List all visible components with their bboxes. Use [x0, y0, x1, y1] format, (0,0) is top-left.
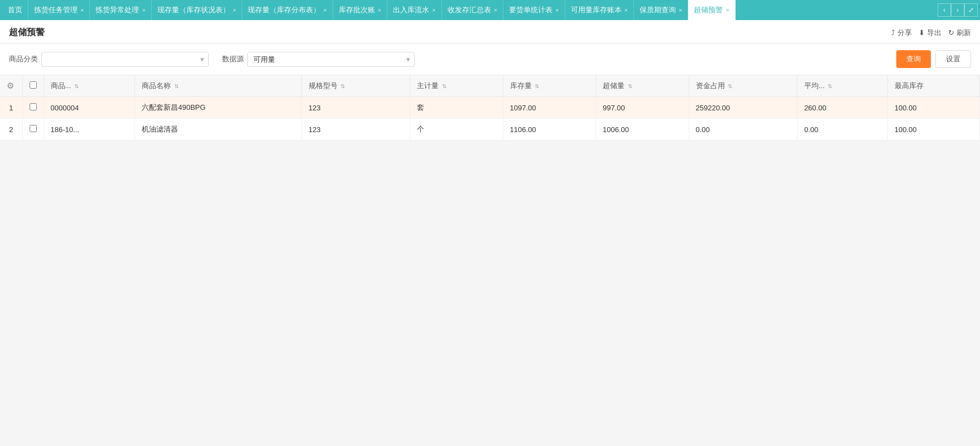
- row-checkbox[interactable]: [30, 125, 37, 132]
- page-title: 超储预警: [9, 27, 45, 38]
- gear-icon[interactable]: ⚙: [7, 81, 14, 90]
- close-icon[interactable]: ×: [679, 7, 682, 13]
- nav-tab-avail-ledger[interactable]: 可用量库存账本 ×: [565, 0, 634, 20]
- close-icon[interactable]: ×: [233, 7, 236, 13]
- row-checkbox-cell: [22, 97, 44, 119]
- cell-avg: 0.00: [797, 119, 887, 140]
- cell-spec: 123: [301, 119, 410, 140]
- th-spec[interactable]: 规格型号 ⇅: [301, 75, 410, 97]
- cell-unit: 个: [410, 119, 503, 140]
- table-body: 1 0000004 六配套新昌490BPG 123 套 1097.00 997.…: [0, 97, 980, 140]
- sort-icon: ⇅: [340, 83, 345, 89]
- filter-bar: 商品分类 数据源 可用量 查询 设置: [0, 43, 980, 75]
- data-table: ⚙ 商品... ⇅ 商品名称 ⇅ 规格型号 ⇅ 主计量: [0, 75, 980, 140]
- table-header-row: ⚙ 商品... ⇅ 商品名称 ⇅ 规格型号 ⇅ 主计量: [0, 75, 980, 97]
- nav-arrows: ‹ › ⤢: [938, 3, 978, 17]
- category-label: 商品分类: [9, 54, 38, 64]
- cell-capital: 259220.00: [689, 97, 797, 119]
- th-product-code[interactable]: 商品... ⇅: [44, 75, 135, 97]
- cell-over-stock: 1006.00: [596, 119, 689, 140]
- sort-icon: ⇅: [628, 83, 632, 89]
- export-icon: ⬇: [919, 28, 925, 37]
- nav-tab-inout-flow[interactable]: 出入库流水 ×: [387, 0, 441, 20]
- cell-spec: 123: [301, 97, 410, 119]
- nav-tab-req-stats[interactable]: 要货单统计表 ×: [503, 0, 565, 20]
- cell-stock: 1106.00: [503, 119, 595, 140]
- th-unit[interactable]: 主计量 ⇅: [410, 75, 503, 97]
- nav-tab-recv-summary[interactable]: 收发存汇总表 ×: [442, 0, 503, 20]
- header-actions: ⤴ 分享 ⬇ 导出 ↻ 刷新: [891, 28, 971, 38]
- sort-icon: ⇅: [442, 83, 446, 89]
- nav-tab-stock-status[interactable]: 现存量（库存状况表） ×: [152, 0, 242, 20]
- row-checkbox[interactable]: [30, 103, 37, 110]
- filter-actions: 查询 设置: [896, 50, 971, 68]
- refresh-icon: ↻: [948, 28, 954, 37]
- cell-product-code: 186-10...: [44, 119, 135, 140]
- nav-prev-btn[interactable]: ‹: [938, 3, 951, 17]
- th-stock[interactable]: 库存量 ⇅: [503, 75, 595, 97]
- cell-product-name: 机油滤清器: [135, 119, 301, 140]
- nav-tab-pick-abnormal[interactable]: 拣货异常处理 ×: [90, 0, 151, 20]
- row-number: 1: [0, 97, 22, 119]
- share-button[interactable]: ⤴ 分享: [891, 28, 912, 38]
- datasource-label: 数据源: [222, 54, 244, 64]
- cell-product-name: 六配套新昌490BPG: [135, 97, 301, 119]
- th-over-stock[interactable]: 超储量 ⇅: [596, 75, 689, 97]
- close-icon[interactable]: ×: [555, 7, 559, 13]
- th-capital[interactable]: 资金占用 ⇅: [689, 75, 797, 97]
- close-icon[interactable]: ×: [494, 7, 497, 13]
- export-button[interactable]: ⬇ 导出: [919, 28, 941, 38]
- nav-tab-stock-dist[interactable]: 现存量（库存分布表） ×: [242, 0, 333, 20]
- th-max-stock[interactable]: 最高库存: [887, 75, 979, 97]
- close-icon[interactable]: ×: [323, 7, 326, 13]
- nav-next-btn[interactable]: ›: [951, 3, 964, 17]
- datasource-select[interactable]: 可用量: [247, 52, 415, 67]
- cell-unit: 套: [410, 97, 503, 119]
- main-content: ⚙ 商品... ⇅ 商品名称 ⇅ 规格型号 ⇅ 主计量: [0, 75, 980, 140]
- close-icon[interactable]: ×: [726, 7, 729, 13]
- close-icon[interactable]: ×: [624, 7, 628, 13]
- set-button[interactable]: 设置: [935, 50, 971, 68]
- close-icon[interactable]: ×: [142, 7, 145, 13]
- nav-tab-home[interactable]: 首页: [2, 0, 28, 20]
- page-header: 超储预警 ⤴ 分享 ⬇ 导出 ↻ 刷新: [0, 20, 980, 43]
- nav-tab-over-stock[interactable]: 超储预警 ×: [688, 0, 735, 20]
- sort-icon: ⇅: [535, 83, 539, 89]
- category-select-wrapper: [41, 52, 209, 67]
- category-filter: 商品分类: [9, 52, 209, 67]
- nav-tab-batch[interactable]: 库存批次账 ×: [333, 0, 387, 20]
- sort-icon: ⇅: [828, 83, 832, 89]
- close-icon[interactable]: ×: [432, 7, 435, 13]
- th-avg[interactable]: 平均... ⇅: [797, 75, 887, 97]
- nav-tab-quality-check[interactable]: 保质期查询 ×: [634, 0, 688, 20]
- sort-icon: ⇅: [74, 83, 79, 89]
- cell-product-code: 0000004: [44, 97, 135, 119]
- category-select[interactable]: [41, 52, 209, 67]
- close-icon[interactable]: ×: [80, 7, 84, 13]
- row-checkbox-cell: [22, 119, 44, 140]
- share-icon: ⤴: [891, 28, 895, 37]
- cell-avg: 260.00: [797, 97, 887, 119]
- refresh-button[interactable]: ↻ 刷新: [948, 28, 971, 38]
- table-row: 1 0000004 六配套新昌490BPG 123 套 1097.00 997.…: [0, 97, 980, 119]
- top-nav: 首页 拣货任务管理 × 拣货异常处理 × 现存量（库存状况表） × 现存量（库存…: [0, 0, 980, 20]
- th-product-name[interactable]: 商品名称 ⇅: [135, 75, 301, 97]
- cell-max-stock: 100.00: [887, 119, 979, 140]
- datasource-select-wrapper: 可用量: [247, 52, 415, 67]
- query-button[interactable]: 查询: [896, 50, 931, 68]
- th-settings[interactable]: ⚙: [0, 75, 22, 97]
- close-icon[interactable]: ×: [378, 7, 381, 13]
- datasource-filter: 数据源 可用量: [222, 52, 415, 67]
- table-row: 2 186-10... 机油滤清器 123 个 1106.00 1006.00 …: [0, 119, 980, 140]
- sort-icon: ⇅: [174, 83, 179, 89]
- cell-over-stock: 997.00: [596, 97, 689, 119]
- cell-stock: 1097.00: [503, 97, 595, 119]
- row-number: 2: [0, 119, 22, 140]
- cell-capital: 0.00: [689, 119, 797, 140]
- th-checkbox: [22, 75, 44, 97]
- cell-max-stock: 100.00: [887, 97, 979, 119]
- sort-icon: ⇅: [728, 83, 732, 89]
- nav-expand-btn[interactable]: ⤢: [964, 3, 978, 17]
- nav-tab-pick-task[interactable]: 拣货任务管理 ×: [28, 0, 90, 20]
- select-all-checkbox[interactable]: [30, 81, 37, 89]
